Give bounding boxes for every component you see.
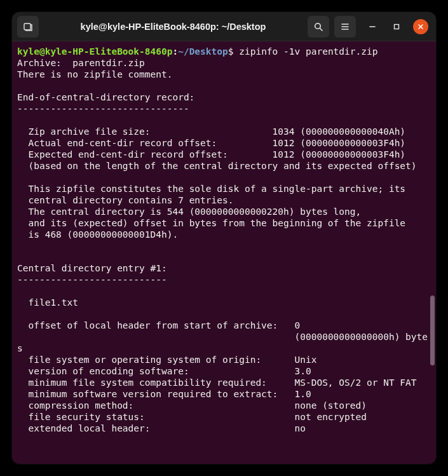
terminal-window: kyle@kyle-HP-EliteBook-8460p: ~/Desktop bbox=[12, 12, 436, 464]
terminal-body[interactable]: kyle@kyle-HP-EliteBook-8460p:~/Desktop$ … bbox=[12, 41, 436, 464]
minimize-icon bbox=[369, 24, 376, 30]
svg-line-2 bbox=[320, 28, 322, 31]
window-title: kyle@kyle-HP-EliteBook-8460p: ~/Desktop bbox=[44, 22, 302, 32]
close-button[interactable] bbox=[413, 19, 428, 34]
menu-button[interactable] bbox=[334, 16, 356, 37]
prompt-path: ~/Desktop bbox=[178, 46, 228, 57]
minimize-button[interactable] bbox=[365, 19, 380, 34]
new-tab-icon bbox=[23, 22, 33, 32]
maximize-icon bbox=[393, 24, 400, 30]
scrollbar-thumb[interactable] bbox=[430, 296, 435, 365]
svg-rect-7 bbox=[395, 24, 399, 29]
prompt-separator: : bbox=[172, 46, 178, 57]
command-text: zipinfo -1v parentdir.zip bbox=[233, 46, 377, 57]
titlebar: kyle@kyle-HP-EliteBook-8460p: ~/Desktop bbox=[12, 12, 436, 41]
search-button[interactable] bbox=[308, 16, 329, 37]
new-tab-button[interactable] bbox=[17, 16, 39, 37]
hamburger-icon bbox=[340, 22, 350, 32]
search-icon bbox=[313, 22, 323, 32]
window-controls bbox=[361, 19, 431, 34]
svg-rect-0 bbox=[24, 24, 31, 30]
maximize-button[interactable] bbox=[389, 19, 404, 34]
close-icon bbox=[417, 24, 424, 30]
terminal-output: Archive: parentdir.zip There is no zipfi… bbox=[17, 58, 428, 433]
prompt-user-host: kyle@kyle-HP-EliteBook-8460p bbox=[17, 46, 172, 57]
